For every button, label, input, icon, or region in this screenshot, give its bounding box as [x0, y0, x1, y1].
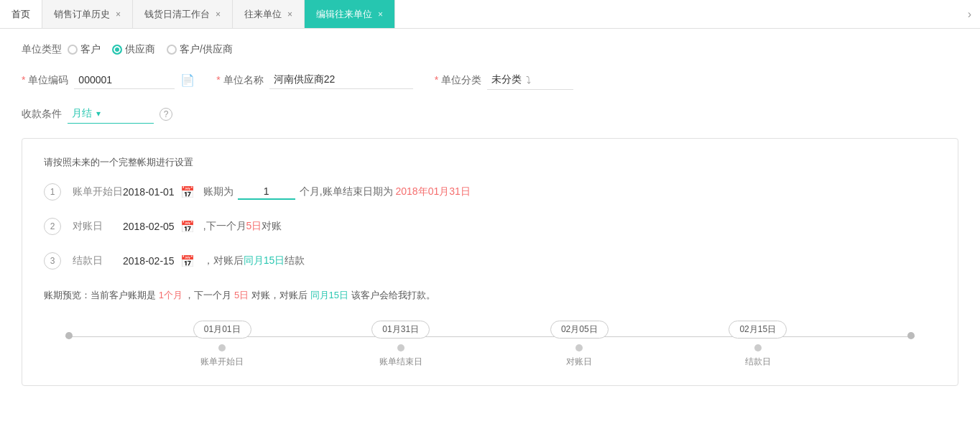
close-partners[interactable]: ×: [287, 9, 292, 19]
unit-name-field: 单位名称: [216, 71, 412, 89]
unit-type-radio-group: 客户 供应商 客户/供应商: [68, 43, 233, 56]
period-suffix: 个月,账单结束日期为: [300, 185, 393, 198]
step-2-desc-prefix: ,下一个月: [203, 220, 246, 233]
step-2-date: 2018-02-05: [123, 221, 175, 232]
step-3-highlight: 同月15日: [244, 254, 285, 267]
category-chevron-icon: ⤵: [526, 74, 531, 86]
tab-cash-work[interactable]: 钱货日清工作台 ×: [133, 0, 233, 28]
period-input[interactable]: [238, 184, 295, 200]
timeline-dot-1: [218, 344, 226, 351]
payment-terms-chevron-icon: ▾: [96, 109, 101, 119]
content-area: 单位类型 客户 供应商 客户/供应商 单位编码 📄: [0, 29, 980, 437]
timeline-point-4: 02月15日 结款日: [729, 321, 787, 368]
timeline-container: 01月01日 账单开始日 01月31日 账单结束日 02月05日 对账日: [44, 321, 936, 368]
step-2-highlight: 5日: [246, 220, 262, 233]
timeline-point-3: 02月05日 对账日: [550, 321, 609, 368]
timeline-sublabel-3: 对账日: [566, 356, 592, 368]
unit-category-select[interactable]: 未分类 ⤵: [487, 70, 573, 90]
timeline-points: 01月01日 账单开始日 01月31日 账单结束日 02月05日 对账日: [65, 321, 915, 368]
timeline-right-end: [907, 332, 915, 339]
timeline-point-2: 01月31日 账单结束日: [371, 321, 430, 368]
period-end-date: 2018年01月31日: [396, 185, 471, 198]
unit-type-row: 单位类型 客户 供应商 客户/供应商: [22, 43, 958, 56]
tab-more-button[interactable]: ›: [959, 8, 980, 21]
radio-circle-customer: [68, 45, 78, 55]
help-icon[interactable]: ?: [160, 108, 172, 121]
timeline-left-dot: [65, 332, 73, 339]
timeline-label-4: 02月15日: [729, 321, 787, 339]
unit-type-label: 单位类型: [22, 43, 62, 56]
radio-both[interactable]: 客户/供应商: [167, 43, 233, 56]
timeline-label-2: 01月31日: [371, 321, 430, 339]
radio-customer[interactable]: 客户: [68, 43, 101, 56]
payment-terms-select[interactable]: 月结 ▾: [68, 104, 154, 124]
step-2-desc-suffix: 对账: [262, 220, 282, 233]
radio-circle-supplier: [112, 45, 122, 55]
unit-category-field: 单位分类 未分类 ⤵: [435, 70, 573, 90]
timeline-sublabel-4: 结款日: [745, 356, 771, 368]
step-1-row: 1 账单开始日 2018-01-01 📅 账期为 个月,账单结束日期为 2018…: [44, 183, 936, 201]
step-1-date: 2018-01-01: [123, 186, 175, 198]
step-1-label: 账单开始日: [73, 185, 123, 198]
tab-sales-history[interactable]: 销售订单历史 ×: [42, 0, 133, 28]
timeline-point-1: 01月01日 账单开始日: [193, 321, 251, 368]
payment-terms-label: 收款条件: [22, 108, 62, 121]
step-3-desc-prefix: ，对账后: [203, 254, 244, 267]
preview-text: 账期预览：当前客户账期是 1个月 ，下一个月 5日 对账，对账后 同月15日 该…: [44, 287, 936, 303]
timeline-sublabel-2: 账单结束日: [379, 356, 422, 368]
step-3-desc-suffix: 结款: [285, 254, 305, 267]
step-1-calendar-icon[interactable]: 📅: [180, 185, 195, 199]
timeline-label-1: 01月01日: [193, 321, 251, 339]
settings-card: 请按照未来的一个完整帐期进行设置 1 账单开始日 2018-01-01 📅 账期…: [22, 138, 958, 386]
tab-bar: 首页 销售订单历史 × 钱货日清工作台 × 往来单位 × 编辑往来单位 × ›: [0, 0, 980, 29]
close-cash-work[interactable]: ×: [216, 9, 221, 19]
unit-code-input[interactable]: [74, 71, 175, 89]
timeline-left-end: [65, 332, 73, 339]
card-instruction: 请按照未来的一个完整帐期进行设置: [44, 156, 936, 169]
code-name-row: 单位编码 📄 单位名称 单位分类 未分类 ⤵: [22, 70, 958, 90]
timeline-dot-4: [754, 344, 762, 351]
payment-terms-row: 收款条件 月结 ▾ ?: [22, 104, 958, 124]
unit-name-input[interactable]: [269, 71, 413, 89]
unit-code-icon[interactable]: 📄: [180, 73, 195, 87]
step-3-num: 3: [44, 252, 61, 270]
step-3-label: 结款日: [73, 254, 123, 267]
step-2-label: 对账日: [73, 220, 123, 233]
unit-code-label: 单位编码: [22, 74, 68, 87]
tab-edit-partner[interactable]: 编辑往来单位 ×: [305, 0, 395, 28]
timeline-dot-2: [397, 344, 405, 351]
unit-name-label: 单位名称: [216, 74, 263, 87]
unit-category-label: 单位分类: [435, 74, 481, 87]
period-prefix: 账期为: [203, 185, 234, 198]
payment-terms-field: 收款条件 月结 ▾ ?: [22, 104, 172, 124]
tab-partners[interactable]: 往来单位 ×: [233, 0, 305, 28]
timeline-sublabel-1: 账单开始日: [200, 356, 244, 368]
step-2-calendar-icon[interactable]: 📅: [180, 220, 195, 234]
close-edit-partner[interactable]: ×: [378, 9, 383, 19]
step-1-num: 1: [44, 183, 61, 201]
radio-circle-both: [167, 45, 177, 55]
unit-type-field: 单位类型 客户 供应商 客户/供应商: [22, 43, 233, 56]
step-3-calendar-icon[interactable]: 📅: [180, 254, 195, 268]
step-3-row: 3 结款日 2018-02-15 📅 ，对账后 同月15日 结款: [44, 252, 936, 270]
step-2-num: 2: [44, 218, 61, 235]
timeline-dot-3: [575, 344, 583, 351]
radio-supplier[interactable]: 供应商: [112, 43, 155, 56]
tab-home[interactable]: 首页: [0, 0, 42, 28]
step-3-date: 2018-02-15: [123, 255, 175, 267]
timeline-label-3: 02月05日: [550, 321, 609, 339]
close-sales-history[interactable]: ×: [116, 9, 121, 19]
unit-code-field: 单位编码 📄: [22, 71, 195, 89]
timeline-right-dot: [907, 332, 915, 339]
step-2-row: 2 对账日 2018-02-05 📅 ,下一个月 5日 对账: [44, 218, 936, 235]
